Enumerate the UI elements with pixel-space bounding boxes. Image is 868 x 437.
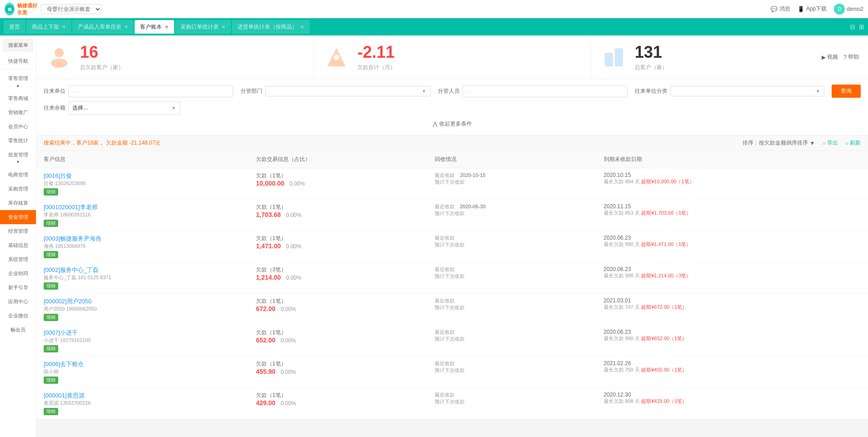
sidebar-item-basic-info[interactable]: 基础信息 [0, 238, 36, 252]
debt-info-cell: 欠款（1笔） 429.00 0.00% [249, 388, 427, 419]
customer-name[interactable]: [0007]小进千 [44, 329, 241, 337]
sidebar-item-enterprise-collab[interactable]: 企业协同 [0, 266, 36, 281]
filter-manager: 分管人员 ··· [438, 85, 627, 97]
customer-tag: 现销 [44, 188, 58, 196]
svg-point-3 [51, 59, 67, 68]
sidebar-item-inventory[interactable]: 库存核算 [0, 196, 36, 210]
debt-amount: 455.90 [256, 368, 276, 375]
tab-product-shelf[interactable]: 商品上下架 ✕ [26, 20, 71, 34]
sort-select[interactable]: 排序：按欠款金额倒序排序 ▼ [743, 139, 815, 147]
export-btn[interactable]: ○ 导出 [823, 139, 838, 147]
close-tab-import-stats[interactable]: ✕ [300, 24, 304, 30]
sidebar-item-capital-mgmt[interactable]: 资金管理 [0, 210, 36, 224]
table-container: 客户信息 欠款交易信息（占比） 回收情况 到期未收款日期 [0016]吕俊 吕俊… [36, 151, 868, 437]
overdue-link[interactable]: 超期¥1,214.00（3笔） [641, 273, 691, 278]
debt-info-cell: 欠款（1笔） 652.00 0.00% [249, 325, 427, 357]
overdue-link[interactable]: 超期¥429.00（1笔） [641, 398, 687, 404]
customer-name[interactable]: [0006]去下粮仓 [44, 360, 241, 368]
debt-percent: 0.00% [281, 306, 296, 312]
tab-product-history[interactable]: 产成品入库单历史 ✕ [72, 20, 134, 34]
chevron-down-icon-cat: ▼ [816, 89, 820, 94]
chevron-down-icon: ▲ [16, 83, 20, 88]
debt-percent: 0.00% [286, 275, 301, 281]
close-tab-purchase-stats[interactable]: ✕ [221, 24, 226, 30]
overdue-link[interactable]: 超期¥455.90（1笔） [641, 367, 687, 372]
refresh-btn[interactable]: ○ 刷新 [845, 139, 861, 147]
overdue-link[interactable]: 超期¥1,703.68（1笔） [641, 210, 691, 216]
sidebar-item-marketing[interactable]: 营销推广 [0, 105, 36, 120]
sidebar-item-quick-nav[interactable]: 快捷导航 [0, 55, 36, 67]
user-menu[interactable]: D demo2 [834, 4, 863, 15]
message-btn[interactable]: 💬 消息 [771, 5, 790, 13]
sidebar-item-member-plus[interactable]: 畅会员 [0, 323, 36, 337]
debt-amount: 652.00 [256, 337, 276, 344]
customer-name[interactable]: [0003]畅捷服务尹海燕 [44, 235, 241, 243]
sidebar-item-retail-stats[interactable]: 零售统计 [0, 134, 36, 148]
close-tab-customer-account[interactable]: ✕ [165, 24, 169, 30]
search-menu-btn[interactable]: 搜索菜单 [3, 39, 33, 51]
sidebar-item-member-center[interactable]: 会员中心 [0, 120, 36, 134]
max-days: 最长欠款 808 天 [604, 398, 640, 404]
tab-home[interactable]: 首页 [4, 20, 25, 34]
recent-label: 最近收款 [435, 172, 455, 178]
app-download-btn[interactable]: 📱 App下载 [798, 5, 827, 13]
search-button[interactable]: 查询 [832, 85, 861, 98]
col-header-customer: 客户信息 [36, 151, 249, 168]
max-days: 最长欠款 750 天 [604, 367, 640, 372]
recovery-cell: 最近收款 预计下次收款 [427, 388, 596, 419]
sidebar-item-retail-mall[interactable]: 零售商城 [0, 91, 36, 105]
recovery-cell: 最近收款 预计下次收款 [427, 231, 596, 262]
overdue-link[interactable]: 超期¥672.00（1笔） [641, 304, 687, 310]
recovery-cell: 最近收款 预计下次收款 [427, 262, 596, 294]
due-date-cell: 2020.06.23 最长欠款 998 天 超期¥1,471.00（1笔） [597, 231, 868, 262]
customer-name[interactable]: [0001020001]李老师 [44, 203, 241, 211]
help-btn[interactable]: ? 帮助 [843, 53, 859, 61]
video-btn[interactable]: ▶ 视频 [822, 53, 838, 61]
overdue-link[interactable]: 超期¥652.00（1笔） [641, 336, 687, 341]
filter-department: 分管部门 ▼ [241, 86, 430, 96]
sidebar-item-app-center[interactable]: 应用中心 [0, 295, 36, 309]
customer-name[interactable]: [0002]服务中心_丁磊 [44, 266, 241, 274]
department-label: 分管部门 [241, 87, 262, 95]
tab-purchase-stats[interactable]: 采购订单统计表 ✕ [175, 20, 231, 34]
customer-name[interactable]: [0016]吕俊 [44, 172, 241, 180]
sidebar-item-batch-mgmt[interactable]: 批发管理 ▼ [0, 148, 36, 168]
table-row: [000001]黄思源 黄思源 13552700226 现销 欠款（1笔） 42… [36, 388, 868, 419]
manager-input[interactable]: ··· [462, 85, 627, 97]
sidebar-item-enterprise-wechat[interactable]: 企业微信 [0, 309, 36, 323]
overdue-link[interactable]: 超期¥10,000.00（1笔） [641, 179, 694, 184]
debt-total-icon [323, 44, 350, 71]
tab-customer-account[interactable]: 客户账本 ✕ [135, 20, 174, 34]
chevron-down-icon-bal: ▼ [171, 105, 176, 111]
collapse-btn[interactable]: ⋀ 收起更多条件 [433, 120, 472, 128]
svg-point-2 [55, 48, 64, 57]
max-days: 最长欠款 998 天 [604, 241, 640, 247]
debt-amount: 1,703.68 [256, 211, 281, 218]
chevron-down-icon-dept: ▼ [422, 89, 426, 94]
close-tab-product-shelf[interactable]: ✕ [62, 24, 66, 30]
table-row: [0007]小进千 小进千 18279152100 现销 欠款（1笔） 652.… [36, 325, 868, 357]
sidebar-item-new-guide[interactable]: 新手引导 [0, 281, 36, 295]
department-select[interactable]: ▼ [265, 86, 430, 96]
balance-select[interactable]: 选择... ▼ [68, 101, 180, 115]
customer-name[interactable]: [000001]黄思源 [44, 392, 241, 400]
industry-select[interactable]: 母婴行业演示账套 [41, 4, 102, 14]
overdue-link[interactable]: 超期¥1,471.00（1笔） [641, 241, 691, 247]
refresh-icon: ○ [845, 140, 848, 146]
sidebar-item-retail-mgmt[interactable]: 零售管理 ▲ [0, 71, 36, 91]
sidebar-item-ecommerce[interactable]: 电商管理 [0, 168, 36, 182]
filter-source-unit: 往来单位 ··· [44, 85, 233, 97]
unit-category-select[interactable]: ▼ [670, 86, 824, 96]
maximize-btn[interactable]: ⊞ [859, 23, 864, 30]
minimize-btn[interactable]: ⊟ [850, 23, 855, 30]
sidebar-item-operations-mgmt[interactable]: 经营管理 [0, 224, 36, 238]
close-tab-product-history[interactable]: ✕ [124, 24, 128, 30]
stat-value-3: 131 [635, 43, 667, 62]
sidebar-item-system-mgmt[interactable]: 系统管理 [0, 252, 36, 266]
source-unit-input[interactable]: ··· [68, 85, 233, 97]
recent-label: 最近收款 [435, 204, 455, 209]
sidebar-item-purchase-mgmt[interactable]: 采购管理 [0, 182, 36, 196]
tab-import-stats[interactable]: 进货单统计表（按商品） ✕ [232, 20, 310, 34]
customer-name[interactable]: [000002]用户2050 [44, 297, 241, 306]
next-collect-label: 预计下次收款 [435, 211, 465, 216]
